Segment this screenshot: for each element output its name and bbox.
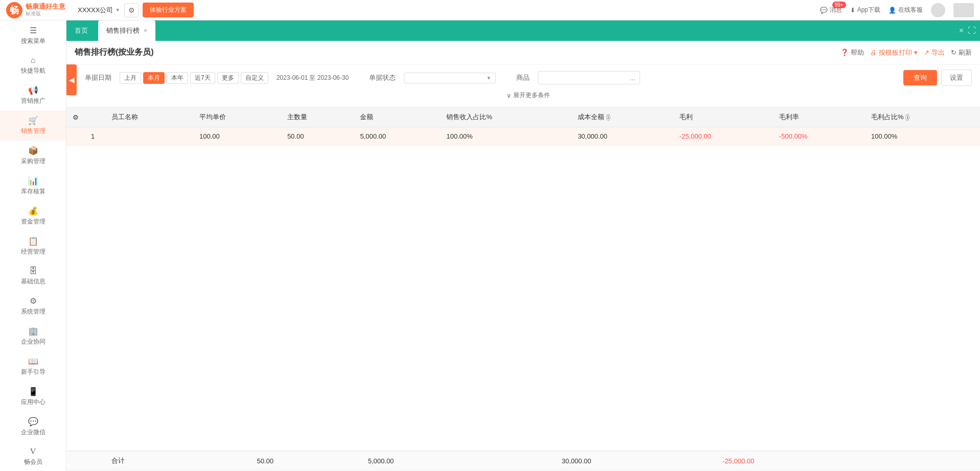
table-area: ⚙ 员工名称 平均单价 主数量 金额 销售收入占比% 成本全额 i 毛利 毛 (66, 107, 980, 451)
query-button[interactable]: 查询 (903, 70, 937, 85)
query-actions: 查询 设置 (903, 70, 972, 86)
dots-icon[interactable]: ... (629, 74, 635, 82)
sidebar-item-wechat[interactable]: 💬 企业微信 (0, 412, 66, 442)
data-table: ⚙ 员工名称 平均单价 主数量 金额 销售收入占比% 成本全额 i 毛利 毛 (66, 107, 980, 146)
app-download-btn[interactable]: ⬇ App下载 (850, 6, 880, 14)
page-header: 销售排行榜(按业务员) ❓ 帮助 🖨 按模板打印 ▾ ↗ (66, 41, 980, 64)
last-month-btn[interactable]: 上月 (120, 72, 141, 84)
appstore-icon: 📱 (28, 387, 38, 396)
footer-gross: -25,000.00 (716, 451, 885, 471)
notification-area[interactable]: 💬 消息 99+ (820, 6, 842, 14)
service-icon: 👤 (888, 7, 896, 14)
search-menu-icon: ☰ (30, 26, 37, 35)
online-service-btn[interactable]: 👤 在线客服 (888, 6, 923, 14)
company-selector[interactable]: XXXXX公司 ▼ (78, 6, 120, 15)
custom-btn[interactable]: 自定义 (241, 72, 268, 84)
sidebar-item-basic[interactable]: 🗄 基础信息 (0, 261, 66, 291)
date-label: 单据日期 (85, 73, 111, 82)
expand-conditions-btn[interactable]: ∨ 展开更多条件 (503, 89, 554, 102)
footer-label: 合计 (105, 451, 203, 471)
cost-info-icon[interactable]: i (606, 114, 610, 121)
sidebar-item-finance[interactable]: 💰 资金管理 (0, 201, 66, 231)
sidebar-label-system: 系统管理 (21, 307, 45, 316)
template-print-btn[interactable]: 🖨 按模板打印 ▾ (870, 48, 918, 57)
tab-sales-ranking[interactable]: 销售排行榜 × (98, 20, 155, 41)
refresh-btn[interactable]: ↻ 刷新 (951, 48, 972, 57)
sidebar-item-search[interactable]: ☰ 搜索菜单 (0, 20, 66, 51)
close-icon[interactable]: × (144, 27, 147, 34)
col-cost: 成本全额 i (572, 107, 673, 127)
logo-area: 畅 畅康通好生意 标准版 (6, 2, 73, 18)
top-bar-right: 💬 消息 99+ ⬇ App下载 👤 在线客服 (820, 3, 974, 17)
sidebar-item-management[interactable]: 📋 经营管理 (0, 231, 66, 261)
user-avatar[interactable] (931, 3, 945, 17)
tab-close-all-icon[interactable]: × (959, 26, 964, 35)
gross-pct-info-icon[interactable]: i (905, 114, 909, 121)
col-settings-icon: ⚙ (73, 114, 79, 121)
wechat-icon: 💬 (28, 417, 38, 427)
goods-input[interactable]: ... (538, 71, 640, 84)
top-bar: 畅 畅康通好生意 标准版 XXXXX公司 ▼ ⚙ 体验行业方案 💬 消息 99+… (0, 0, 980, 20)
sidebar-item-member[interactable]: V 畅会员 (0, 442, 66, 471)
message-icon: 💬 (820, 7, 828, 14)
col-gross: 毛利 (673, 107, 773, 127)
user-name-area[interactable] (953, 3, 974, 17)
sidebar-item-guide[interactable]: 📖 新手引导 (0, 351, 66, 382)
sidebar-item-system[interactable]: ⚙ 系统管理 (0, 291, 66, 321)
table-header-row: ⚙ 员工名称 平均单价 主数量 金额 销售收入占比% 成本全额 i 毛利 毛 (66, 107, 980, 127)
sidebar-item-purchase[interactable]: 📦 采购管理 (0, 141, 66, 171)
sidebar-item-appstore[interactable]: 📱 应用中心 (0, 382, 66, 412)
sidebar-item-marketing[interactable]: 📢 营销推广 (0, 80, 66, 110)
chevron-down-icon: ▼ (115, 7, 120, 13)
sidebar-label-inventory: 库存核算 (21, 187, 45, 196)
doc-status-select[interactable]: ▼ (404, 73, 496, 83)
settings-button[interactable]: 设置 (941, 70, 972, 86)
export-btn[interactable]: ↗ 导出 (924, 48, 945, 57)
help-btn[interactable]: ❓ 帮助 (840, 48, 864, 57)
sidebar-label-member: 畅会员 (24, 458, 42, 466)
table-header: ⚙ 员工名称 平均单价 主数量 金额 销售收入占比% 成本全额 i 毛利 毛 (66, 107, 980, 127)
chevron-down-icon-expand: ∨ (507, 92, 511, 99)
settings-icon[interactable]: ⚙ (124, 3, 139, 17)
trial-button[interactable]: 体验行业方案 (143, 3, 194, 17)
cell-gross-pct: 100.00% (865, 127, 980, 146)
page-title: 销售排行榜(按业务员) (75, 47, 154, 58)
sidebar-item-inventory[interactable]: 📊 库存核算 (0, 171, 66, 201)
member-icon: V (30, 447, 36, 456)
last7days-btn[interactable]: 近7天 (190, 72, 215, 84)
footer-row: 合计 50.00 5,000.00 30,000.00 -25,000.00 (66, 451, 980, 471)
collapse-arrow[interactable]: ◀ (66, 64, 77, 95)
footer-quantity: 50.00 (250, 451, 361, 471)
sidebar-item-quicknav[interactable]: ⌂ 快捷导航 (0, 51, 66, 80)
tab-home[interactable]: 首页 (66, 20, 96, 41)
download-icon: ⬇ (850, 7, 855, 14)
cell-settings (66, 127, 85, 146)
filter-row-2: ∨ 展开更多条件 (85, 86, 972, 102)
cell-avg-price: 100.00 (193, 127, 281, 146)
col-avg-price: 平均单价 (193, 107, 281, 127)
footer-table: 合计 50.00 5,000.00 30,000.00 -25,000.00 (66, 451, 980, 471)
footer-sales-pct (508, 451, 555, 471)
tab-maximize-icon[interactable]: ⛶ (968, 26, 976, 35)
sales-icon: 🛒 (28, 116, 38, 125)
doc-status-label: 单据状态 (369, 73, 396, 82)
sidebar-label-basic: 基础信息 (21, 277, 45, 286)
cell-amount: 5,000.00 (354, 127, 440, 146)
tab-bar: 首页 销售排行榜 × × ⛶ (66, 20, 980, 41)
this-month-btn[interactable]: 本月 (143, 72, 165, 84)
content-area: 首页 销售排行榜 × × ⛶ 销售排行榜(按业务员) (66, 20, 980, 471)
cell-name (105, 127, 193, 146)
sidebar-item-sales[interactable]: 🛒 销售管理 (0, 110, 66, 141)
sidebar: ☰ 搜索菜单 ⌂ 快捷导航 📢 营销推广 🛒 销售管理 📦 采购管理 📊 库 (0, 20, 66, 471)
more-btn[interactable]: 更多 (217, 72, 239, 84)
inventory-icon: 📊 (28, 176, 38, 186)
col-settings[interactable]: ⚙ (66, 107, 85, 127)
logo-icon: 畅 (6, 2, 22, 18)
footer-avg (203, 451, 250, 471)
chevron-down-icon: ▼ (486, 75, 491, 81)
print-chevron-icon: ▾ (914, 49, 918, 56)
this-year-btn[interactable]: 本年 (167, 72, 188, 84)
col-name: 员工名称 (105, 107, 193, 127)
sidebar-item-enterprise[interactable]: 🏢 企业协同 (0, 321, 66, 351)
col-rank (85, 107, 105, 127)
